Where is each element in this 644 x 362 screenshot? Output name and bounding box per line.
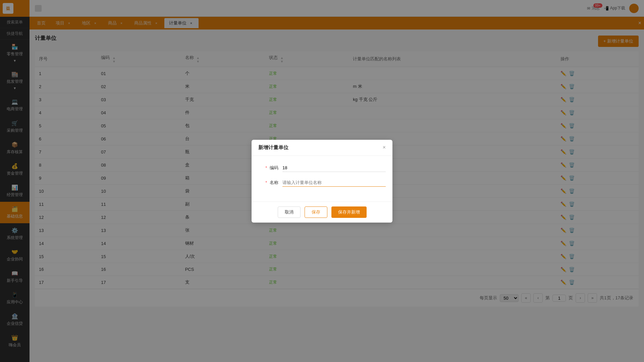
cancel-button[interactable]: 取消 xyxy=(278,206,301,218)
form-row-code: * 编码 xyxy=(258,164,386,172)
modal-header: 新增计量单位 × xyxy=(252,140,392,156)
save-and-new-button[interactable]: 保存并新增 xyxy=(331,206,367,218)
modal-overlay: 新增计量单位 × * 编码 * 名称 取消 保存 保存并新增 xyxy=(0,0,644,362)
modal-close-button[interactable]: × xyxy=(383,144,386,150)
modal-title: 新增计量单位 xyxy=(258,144,288,151)
form-row-name: * 名称 xyxy=(258,179,386,187)
required-mark: * xyxy=(265,165,267,170)
code-label: * 编码 xyxy=(258,165,278,171)
save-button[interactable]: 保存 xyxy=(305,206,327,218)
code-input[interactable] xyxy=(282,164,386,172)
required-mark-name: * xyxy=(265,180,267,185)
name-input[interactable] xyxy=(282,179,386,187)
add-unit-modal: 新增计量单位 × * 编码 * 名称 取消 保存 保存并新增 xyxy=(252,140,392,223)
modal-body: * 编码 * 名称 xyxy=(252,156,392,201)
name-label: * 名称 xyxy=(258,180,278,186)
modal-footer: 取消 保存 保存并新增 xyxy=(252,201,392,223)
